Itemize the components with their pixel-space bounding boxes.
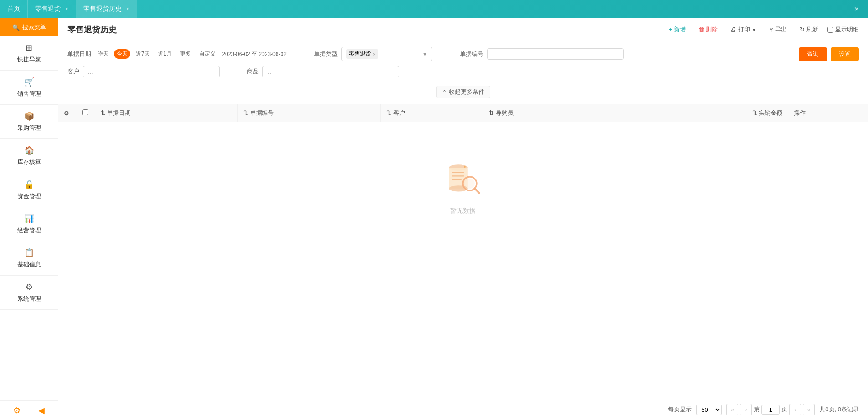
sidebar-item-operation[interactable]: 📊 经营管理 [0,207,58,241]
table-body: ✦ 暂无数据 [58,122,868,252]
sidebar-item-inventory[interactable]: 🏠 库存核算 [0,139,58,173]
th-action: 操作 [788,104,868,122]
empty-icon: ✦ [440,159,486,200]
table-header: ⚙ ⇅ 单据日期 ⇅ 单据编号 ⇅ 客户 [58,104,868,122]
page-header: 零售退货历史 + 新增 🗑 删除 🖨 打印 ▼ ⊕ 导出 ↻ 刷新 [58,18,868,41]
next-page-button[interactable]: › [789,404,801,415]
th-checkbox[interactable] [77,104,95,122]
doc-type-tag-close[interactable]: × [373,51,375,57]
doc-no-label: 单据编号 [460,50,483,58]
collapse-label: 收起更多条件 [449,88,484,96]
sidebar-collapse-button[interactable]: ◀ [38,405,45,415]
doc-type-arrow-icon: ▼ [422,51,427,57]
filter-row-2: 客户 ... 商品 ... [67,66,859,77]
page-title: 零售退货历史 [67,24,117,35]
th-doc-date[interactable]: ⇅ 单据日期 [95,104,238,122]
prev-page-button[interactable]: ‹ [740,404,752,415]
pagination-bar: 每页显示 20 50 100 « ‹ 第 页 › » 共0页, 0条记录 [58,399,868,420]
search-icon: 🔍 [12,24,20,31]
page-word2: 页 [781,405,787,414]
sidebar-settings-button[interactable]: ⚙ [13,405,21,415]
date-opt-custom[interactable]: 自定义 [196,49,218,59]
print-label: 🖨 打印 [730,26,750,34]
svg-point-7 [465,179,475,189]
goods-label: 商品 [247,67,259,76]
tab-retail-return-history-close[interactable]: × [126,6,129,12]
show-details-text: 显示明细 [835,26,859,34]
sidebar-item-inventory-label: 库存核算 [17,158,41,166]
header-actions: + 新增 🗑 删除 🖨 打印 ▼ ⊕ 导出 ↻ 刷新 显示明细 [665,24,859,36]
date-opt-1month[interactable]: 近1月 [155,49,175,59]
sidebar-item-system[interactable]: ⚙ 系统管理 [0,276,58,310]
customer-select[interactable]: ... [83,66,220,77]
new-button[interactable]: + 新增 [665,24,689,36]
total-info: 共0页, 0条记录 [819,405,859,414]
delete-button[interactable]: 🗑 删除 [695,24,722,36]
settings-icon: ⚙ [64,110,69,117]
svg-text:✦: ✦ [463,164,467,169]
refresh-label: ↻ 刷新 [800,26,818,34]
top-bar: 首页 零售退货 × 零售退货历史 × × [0,0,868,18]
customer-dots: ... [88,68,93,75]
th-guide[interactable]: ⇅ 导购员 [483,104,606,122]
th-actual-amount[interactable]: ⇅ 实销金额 [645,104,788,122]
date-opt-7days[interactable]: 近7天 [133,49,153,59]
query-button[interactable]: 查询 [799,47,827,61]
tab-home[interactable]: 首页 [0,0,28,18]
refresh-button[interactable]: ↻ 刷新 [796,24,822,36]
goods-filter-group: 商品 ... [247,66,399,77]
sidebar-search-label: 搜索菜单 [22,23,46,31]
date-opt-today[interactable]: 今天 [114,49,130,59]
settings-button[interactable]: 设置 [831,47,859,61]
th-doc-no-label: ⇅ 单据编号 [243,109,274,116]
select-all-checkbox[interactable] [82,109,88,115]
print-button[interactable]: 🖨 打印 ▼ [727,24,760,36]
sidebar-item-basic-info-label: 基础信息 [17,261,41,269]
sidebar: 🔍 搜索菜单 ⊞ 快捷导航 🛒 销售管理 📦 采购管理 🏠 库存核算 🔒 资金管… [0,18,58,420]
page-size-select[interactable]: 20 50 100 [696,405,722,415]
doc-type-select[interactable]: 零售退货 × ▼ [341,47,432,61]
sales-mgmt-icon: 🛒 [24,77,34,87]
sidebar-search[interactable]: 🔍 搜索菜单 [0,18,58,36]
sidebar-item-quick-nav[interactable]: ⊞ 快捷导航 [0,36,58,71]
date-range-display: 2023-06-02 至 2023-06-02 [222,51,286,58]
th-guide-label: ⇅ 导购员 [489,109,514,116]
filter-row-1: 单据日期 昨天 今天 近7天 近1月 更多 自定义 2023-06-02 至 2… [67,47,859,61]
th-customer[interactable]: ⇅ 客户 [381,104,483,122]
new-label: + 新增 [668,26,685,34]
show-details-label[interactable]: 显示明细 [827,26,859,34]
doc-no-input[interactable] [487,48,624,60]
sidebar-item-sales-mgmt[interactable]: 🛒 销售管理 [0,71,58,105]
tab-list: 首页 零售退货 × 零售退货历史 × [0,0,845,18]
sidebar-item-finance[interactable]: 🔒 资金管理 [0,173,58,207]
sidebar-item-sales-mgmt-label: 销售管理 [17,90,41,98]
th-actual-amount-label: ⇅ 实销金额 [752,109,783,116]
collapse-button[interactable]: ⌃ 收起更多条件 [436,86,490,98]
date-opt-yesterday[interactable]: 昨天 [95,49,111,59]
th-doc-no[interactable]: ⇅ 单据编号 [238,104,381,122]
sidebar-item-purchase-mgmt[interactable]: 📦 采购管理 [0,105,58,139]
window-close-button[interactable]: × [845,5,868,14]
tab-retail-return[interactable]: 零售退货 × [28,0,76,18]
doc-type-tag: 零售退货 × [346,49,378,59]
th-settings[interactable]: ⚙ [58,104,77,122]
show-details-checkbox[interactable] [827,27,833,33]
last-page-button[interactable]: » [803,404,815,415]
page-number-input[interactable] [761,405,780,415]
sidebar-item-finance-label: 资金管理 [17,192,41,200]
date-filter-label: 单据日期 [67,50,91,58]
sidebar-item-basic-info[interactable]: 📋 基础信息 [0,241,58,276]
customer-filter-group: 客户 ... [67,66,220,77]
empty-state: ✦ 暂无数据 [58,122,868,251]
goods-select[interactable]: ... [262,66,399,77]
tab-retail-return-close[interactable]: × [65,6,68,12]
basic-info-icon: 📋 [24,248,34,258]
customer-label: 客户 [67,67,79,76]
tab-retail-return-history[interactable]: 零售退货历史 × [76,0,137,18]
page-word: 第 [754,405,760,414]
th-doc-date-label: ⇅ 单据日期 [101,109,131,116]
date-opt-more[interactable]: 更多 [177,49,194,59]
main-layout: 🔍 搜索菜单 ⊞ 快捷导航 🛒 销售管理 📦 采购管理 🏠 库存核算 🔒 资金管… [0,18,868,420]
first-page-button[interactable]: « [726,404,738,415]
export-button[interactable]: ⊕ 导出 [765,24,791,36]
